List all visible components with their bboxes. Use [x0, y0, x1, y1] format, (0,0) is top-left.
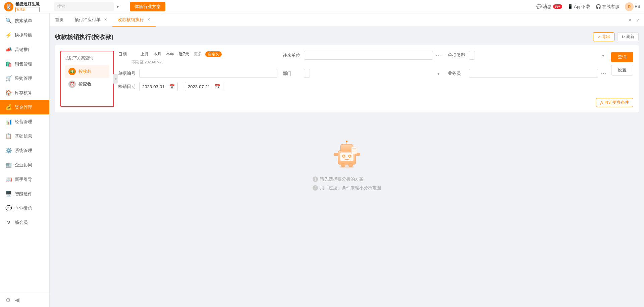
svg-point-5: [343, 155, 345, 157]
maximize-tab-icon[interactable]: ⤢: [635, 16, 641, 24]
online-service-button[interactable]: 🎧 在线客服: [596, 4, 620, 10]
bill-type-select[interactable]: [469, 51, 475, 60]
logo-area: 🐰 畅捷通好生意 标准版: [4, 1, 54, 12]
sidebar-item-purchase[interactable]: 🛒 采购管理: [0, 71, 49, 86]
user-avatar[interactable]: R Rit: [625, 2, 640, 11]
sidebar-item-search-menu[interactable]: 🔍 搜索菜单: [0, 13, 49, 28]
sidebar-item-label: 资金管理: [15, 104, 32, 110]
end-calendar-icon[interactable]: 📅: [215, 84, 220, 89]
sidebar-item-label: 库存核算: [15, 90, 32, 96]
sidebar-item-sales[interactable]: 🛍️ 销售管理: [0, 57, 49, 71]
operations-icon: 📊: [5, 118, 12, 125]
app-download-button[interactable]: 📱 App下载: [568, 4, 590, 10]
close-tab-icon[interactable]: ✕: [627, 16, 633, 24]
sidebar-item-label: 快捷导航: [15, 32, 32, 38]
search-placeholder: 搜索: [57, 4, 65, 9]
tab-receipt-writeoff[interactable]: 收款核销执行 ✕: [112, 13, 156, 27]
last-7days-btn[interactable]: 近7天: [177, 51, 191, 58]
staff-menu-icon[interactable]: ···: [601, 70, 607, 76]
tab-prepay-offset[interactable]: 预付冲应付单 ✕: [69, 13, 112, 27]
collapse-sidebar-icon[interactable]: ◀: [15, 296, 19, 304]
settings-icon[interactable]: ⚙: [5, 296, 11, 304]
writeoff-end-input[interactable]: 2023-07-21 📅: [185, 82, 223, 91]
writeoff-date-range: 2023-03-01 📅 — 2023-07-21 📅: [139, 82, 279, 91]
collapse-label: 收起更多条件: [605, 100, 629, 105]
sidebar-item-system[interactable]: ⚙️ 系统管理: [0, 143, 49, 158]
counterparty-menu-icon[interactable]: ···: [436, 52, 442, 58]
quick-nav-icon: ⚡: [5, 32, 12, 38]
tip-number-1: 1: [313, 176, 318, 182]
department-label: 部门: [283, 70, 301, 76]
sidebar-item-member[interactable]: V 畅会员: [0, 215, 49, 229]
settings-button[interactable]: 设置: [611, 65, 633, 75]
sidebar-bottom: ⚙ ◀: [0, 293, 49, 307]
filter-action-buttons: 查询 设置: [611, 51, 633, 75]
bill-no-field: 单据编号: [118, 69, 277, 78]
page-actions: ↗ 导出 ↻ 刷新: [593, 32, 639, 41]
counterparty-label: 往来单位: [283, 52, 301, 58]
svg-rect-10: [334, 153, 338, 156]
writeoff-date-field: 核销日期 2023-03-01 📅 — 2023-07-21: [118, 82, 279, 91]
receipt-tab-close[interactable]: ✕: [147, 17, 150, 22]
last-month-btn[interactable]: 上月: [139, 51, 150, 58]
sidebar-item-operations[interactable]: 📊 经营管理: [0, 114, 49, 129]
filter-area: 按以下方案查询 💵 按收款 ⏰ 按应收 «: [55, 45, 639, 112]
query-button[interactable]: 查询: [611, 52, 633, 62]
sidebar: 🔍 搜索菜单 ⚡ 快捷导航 📣 营销推广 🛍️ 销售管理 🛒 采购管理 🏠 库存…: [0, 13, 50, 307]
date-quick-buttons: 上月 本月 本年 近7天 更多 自定义: [139, 51, 222, 58]
empty-illustration: [332, 139, 362, 169]
sidebar-item-wechat[interactable]: 💬 企业微信: [0, 201, 49, 215]
bill-no-input[interactable]: [139, 69, 277, 78]
sidebar-item-label: 搜索菜单: [15, 18, 32, 24]
export-button[interactable]: ↗ 导出: [593, 32, 614, 41]
prepay-tab-label: 预付冲应付单: [74, 17, 101, 23]
filter-collapse-button[interactable]: «: [113, 74, 118, 84]
start-calendar-icon[interactable]: 📅: [169, 84, 175, 89]
sidebar-item-inventory[interactable]: 🏠 库存核算: [0, 86, 49, 100]
department-select[interactable]: [304, 69, 310, 78]
tip-text-2: 用「过滤」条件来缩小分析范围: [320, 185, 381, 191]
filter-option-by-receivable[interactable]: ⏰ 按应收: [65, 78, 109, 91]
industry-solution-button[interactable]: 体验行业方案: [130, 2, 165, 11]
service-icon: 🎧: [596, 4, 601, 9]
this-month-btn[interactable]: 本月: [152, 51, 163, 58]
counterparty-input[interactable]: [304, 51, 433, 60]
tab-home[interactable]: 首页: [50, 13, 69, 27]
sidebar-item-enterprise[interactable]: 🏢 企业协同: [0, 158, 49, 172]
sidebar-item-quick-nav[interactable]: ⚡ 快捷导航: [0, 28, 49, 42]
tabbar: 首页 预付冲应付单 ✕ 收款核销执行 ✕ ✕ ⤢: [50, 13, 644, 27]
message-button[interactable]: 💬 消息 99+: [536, 4, 562, 10]
sidebar-item-marketing[interactable]: 📣 营销推广: [0, 42, 49, 57]
this-year-btn[interactable]: 本年: [165, 51, 175, 58]
writeoff-start-input[interactable]: 2023-03-01 📅: [139, 82, 178, 91]
sidebar-item-guide[interactable]: 📖 新手引导: [0, 172, 49, 187]
page-titlebar: 收款核销执行(按收款) ↗ 导出 ↻ 刷新: [55, 32, 639, 41]
topbar-dropdown[interactable]: ▾: [117, 4, 119, 9]
sidebar-item-label: 采购管理: [15, 75, 32, 82]
staff-input[interactable]: [469, 69, 598, 78]
prepay-tab-close[interactable]: ✕: [104, 17, 107, 22]
user-icon: R: [625, 2, 634, 11]
enterprise-icon: 🏢: [5, 162, 12, 168]
filter-option-by-receipt[interactable]: 💵 按收款: [65, 65, 109, 78]
sidebar-item-hardware[interactable]: 🖥️ 智能硬件: [0, 187, 49, 201]
page-title: 收款核销执行(按收款): [55, 33, 113, 41]
sidebar-item-basic-info[interactable]: 📋 基础信息: [0, 129, 49, 143]
empty-tip-1: 1 请先选择要分析的方案: [313, 176, 381, 182]
custom-date-badge[interactable]: 自定义: [205, 51, 222, 57]
topbar: 🐰 畅捷通好生意 标准版 搜索 ▾ 体验行业方案 💬 消息 99+ 📱 App下…: [0, 0, 644, 13]
receivable-option-icon: ⏰: [68, 81, 76, 88]
refresh-button[interactable]: ↻ 刷新: [617, 32, 639, 41]
staff-label: 业务员: [448, 70, 466, 76]
more-date-btn[interactable]: 更多: [193, 51, 203, 58]
bill-type-select-wrap: [469, 51, 607, 60]
date-label: 日期: [118, 51, 137, 57]
collapse-more-button[interactable]: ⋀ 收起更多条件: [596, 98, 633, 107]
writeoff-date-label: 核销日期: [118, 84, 137, 90]
finance-icon: 💰: [5, 104, 12, 110]
marketing-icon: 📣: [5, 46, 12, 53]
search-box[interactable]: 搜索: [54, 2, 114, 11]
sidebar-item-label: 企业协同: [15, 162, 32, 168]
tabbar-actions: ✕ ⤢: [624, 13, 644, 27]
sidebar-item-finance[interactable]: 💰 资金管理: [0, 100, 49, 114]
